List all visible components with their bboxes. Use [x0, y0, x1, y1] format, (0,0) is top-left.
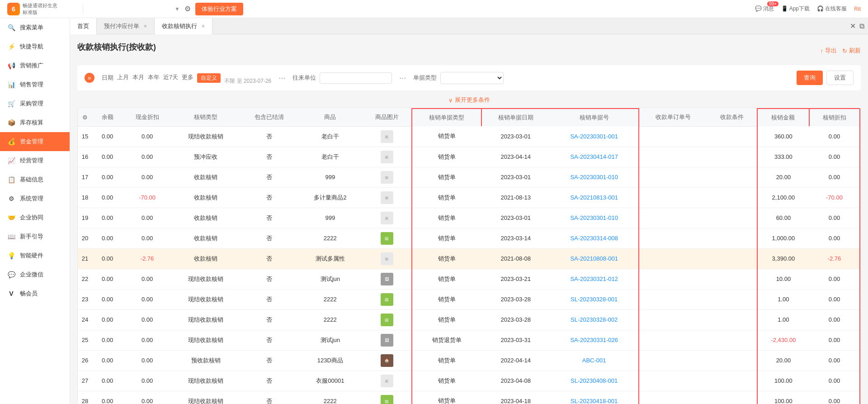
- sidebar-item-quicknav[interactable]: ⚡ 快捷导航: [0, 37, 70, 56]
- tab-home[interactable]: 首页: [70, 18, 97, 34]
- sidebar-item-collab[interactable]: 🤝 企业协同: [0, 208, 70, 227]
- industry-btn[interactable]: 体验行业方案: [195, 3, 243, 15]
- cell-order-no: [639, 330, 708, 350]
- cell-condition: [708, 167, 757, 187]
- cell-cash-discount: -2.76: [123, 248, 172, 269]
- cell-doc-date: 2023-04-18: [481, 391, 550, 404]
- tab-prepay[interactable]: 预付冲应付单 ×: [97, 18, 155, 34]
- cell-id: 17: [78, 167, 92, 187]
- cell-order-no: [639, 187, 708, 208]
- cell-goods-img: 🖼: [362, 330, 412, 350]
- guide-icon: 📖: [7, 233, 15, 241]
- cell-type: 预收款核销: [172, 350, 240, 371]
- sidebar-item-sales[interactable]: 📊 销售管理: [0, 75, 70, 94]
- cell-condition: [708, 289, 757, 309]
- sidebar-item-guide[interactable]: 📖 新手引导: [0, 227, 70, 246]
- sidebar-item-purchase[interactable]: 🛒 采购管理: [0, 94, 70, 113]
- expand-conditions-btn[interactable]: ∨ 展开更多条件: [448, 96, 490, 104]
- cell-type: 收款核销: [172, 248, 240, 269]
- col-goods: 商品: [298, 109, 362, 126]
- cell-doc-no: SL-20230328-001: [550, 289, 639, 309]
- date-more[interactable]: 更多: [182, 73, 193, 83]
- cell-goods-img: ▤: [362, 228, 412, 248]
- cell-amount: 20.00: [757, 167, 809, 187]
- export-btn[interactable]: ↑ 导出: [821, 47, 837, 55]
- cell-doc-date: 2023-03-28: [481, 289, 550, 309]
- logo-text: 畅捷通谱好生意 标准版: [23, 2, 57, 15]
- cell-goods-img: ▣: [362, 371, 412, 391]
- cell-goods-img: ▤: [362, 309, 412, 330]
- cell-balance: 0.00: [92, 147, 123, 167]
- tab-receivable[interactable]: 收款核销执行 ×: [155, 18, 212, 34]
- cell-cash-discount: 0.00: [123, 309, 172, 330]
- sidebar-label-purchase: 采购管理: [20, 100, 43, 108]
- member-icon: V: [7, 290, 15, 298]
- sidebar-item-system[interactable]: ⚙ 系统管理: [0, 189, 70, 208]
- date-custom-btn[interactable]: 自定义: [197, 73, 221, 83]
- cell-doc-no: SL-20230418-001: [550, 391, 639, 404]
- tab-expand-btn[interactable]: ⧉: [859, 22, 864, 30]
- tab-receivable-label: 收款核销执行: [162, 22, 197, 30]
- sidebar-label-basic-info: 基础信息: [20, 176, 43, 184]
- cell-goods-img: ▤: [362, 391, 412, 404]
- system-icon: ⚙: [7, 195, 15, 203]
- cell-id: 18: [78, 187, 92, 208]
- cell-doc-type: 销货单: [412, 371, 481, 391]
- cell-cash-discount: 0.00: [123, 228, 172, 248]
- table-row: 16 0.00 0.00 预冲应收 否 老白干 ▣ 销货单 2023-04-14…: [78, 147, 860, 167]
- tab-close-all-btn[interactable]: ✕: [850, 22, 856, 30]
- tab-receivable-close[interactable]: ×: [202, 23, 205, 29]
- cell-condition: [708, 330, 757, 350]
- sidebar-item-member[interactable]: V 畅会员: [0, 284, 70, 303]
- sidebar-item-basic-info[interactable]: 📋 基础信息: [0, 170, 70, 189]
- cell-goods-img: ▣: [362, 208, 412, 228]
- cell-goods: 123D商品: [298, 350, 362, 371]
- sidebar-item-search[interactable]: 🔍 搜索菜单: [0, 18, 70, 37]
- cell-doc-type: 销货单: [412, 147, 481, 167]
- cell-order-no: [639, 228, 708, 248]
- sidebar-item-marketing[interactable]: 📢 营销推广: [0, 56, 70, 75]
- cell-doc-type: 销货单: [412, 126, 481, 147]
- date-curr-year[interactable]: 本年: [148, 73, 160, 83]
- table-row: 21 0.00 -2.76 收款核销 否 测试多属性 ▣ 销货单 2021-08…: [78, 248, 860, 269]
- doctype-select[interactable]: [440, 72, 504, 84]
- tab-prepay-close[interactable]: ×: [144, 23, 147, 29]
- sidebar-item-wechat[interactable]: 💬 企业微信: [0, 265, 70, 284]
- message-btn[interactable]: 💬 消息 99+: [755, 5, 774, 13]
- cell-doc-date: 2023-03-01: [481, 167, 550, 187]
- data-table: ⚙ 余额 现金折扣 核销类型 包含已结清 商品 商品图片 核销单据类型 核销单据…: [78, 108, 860, 404]
- date-7days[interactable]: 近7天: [163, 73, 178, 83]
- cell-goods-img: ▣: [362, 126, 412, 147]
- cell-doc-no: SA-20210813-001: [550, 187, 639, 208]
- sidebar-item-inventory[interactable]: 📦 库存核算: [0, 113, 70, 132]
- finance-icon: 💰: [7, 138, 15, 146]
- chevron-down-icon: ∨: [448, 97, 453, 104]
- date-prev-month[interactable]: 上月: [117, 73, 129, 83]
- sidebar-item-hardware[interactable]: 💡 智能硬件: [0, 246, 70, 265]
- logo-area: 6 畅捷通谱好生意 标准版: [7, 2, 77, 15]
- filter-settings-btn[interactable]: 设置: [826, 71, 854, 85]
- app-download-btn[interactable]: 📱 App下载: [781, 5, 810, 13]
- filter-collapse-btn[interactable]: »: [85, 73, 94, 83]
- query-btn[interactable]: 查询: [797, 71, 823, 85]
- sidebar-item-finance[interactable]: 💰 资金管理: [0, 132, 70, 151]
- online-service-btn[interactable]: 🎧 在线客服: [817, 5, 847, 13]
- top-bar-right: 💬 消息 99+ 📱 App下载 🎧 在线客服 Rit: [755, 5, 861, 13]
- cell-cash-discount: 0.00: [123, 391, 172, 404]
- sidebar-item-operations[interactable]: 📈 经营管理: [0, 151, 70, 170]
- tab-prepay-label: 预付冲应付单: [104, 22, 139, 30]
- counterparty-input[interactable]: [320, 72, 392, 84]
- user-name: Rit: [854, 6, 861, 12]
- cell-goods-img: 🏠: [362, 350, 412, 371]
- refresh-btn[interactable]: ↻ 刷新: [842, 47, 861, 55]
- settings-gear-btn[interactable]: ⚙: [184, 5, 191, 13]
- cell-amount: 10.00: [757, 269, 809, 289]
- cell-discount: 0.00: [809, 228, 860, 248]
- col-settings[interactable]: ⚙: [78, 109, 92, 126]
- collab-icon: 🤝: [7, 214, 15, 222]
- message-badge: 99+: [767, 1, 778, 6]
- cell-condition: [708, 350, 757, 371]
- cell-doc-date: 2023-03-21: [481, 269, 550, 289]
- date-curr-month[interactable]: 本月: [132, 73, 144, 83]
- cell-balance: 0.00: [92, 208, 123, 228]
